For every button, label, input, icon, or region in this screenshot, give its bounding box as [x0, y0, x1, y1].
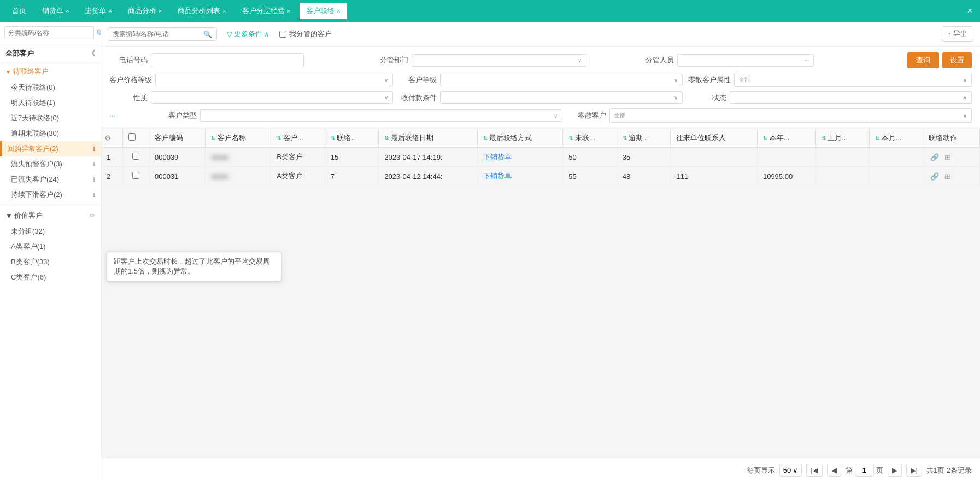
th-last-contact-date[interactable]: ⇅ 最后联络日期 [379, 129, 477, 148]
adv-retail-attr-select[interactable]: 全部 ∨ [734, 73, 972, 87]
adv-payment-select[interactable]: ∨ [440, 91, 682, 104]
my-customers-checkbox[interactable] [279, 31, 286, 38]
nav-tab-sales-close[interactable]: × [66, 8, 69, 14]
nav-tab-customer-segment-close[interactable]: × [287, 8, 290, 14]
adv-filter-row-1: 电话号码 分管部门 ∨ 分管人员 ··· [109, 52, 972, 68]
page-number-input[interactable] [855, 464, 874, 477]
select-all-checkbox[interactable] [128, 133, 136, 141]
table-scroll-wrapper[interactable]: ⚙ 客户编码 ⇅ 客户名称 [101, 129, 980, 458]
nav-tab-product-list[interactable]: 商品分析列表 × [171, 3, 232, 19]
row1-checkbox[interactable] [132, 153, 139, 160]
th-uncontacted[interactable]: ⇅ 未联... [563, 129, 617, 148]
my-customers-checkbox-label[interactable]: 我分管的客户 [279, 29, 332, 39]
sidebar-item-tomorrow[interactable]: 明天待联络(1) [0, 95, 101, 111]
waiting-contact-title[interactable]: ▼ 待联络客户 [0, 63, 101, 80]
th-last-contact-method[interactable]: ⇅ 最后联络方式 [477, 129, 563, 148]
row2-contacts-from-unit: 111 [671, 167, 758, 186]
page-last-button[interactable]: ▶| [906, 464, 922, 477]
nav-tab-customer-segment[interactable]: 客户分层经营 × [236, 3, 297, 19]
nav-tab-purchase-close[interactable]: × [108, 8, 112, 14]
sidebar-item-already-lost[interactable]: 已流失客户(24) ℹ [0, 172, 101, 187]
close-all-button[interactable]: × [965, 4, 975, 18]
nav-tab-home-label: 首页 [12, 6, 26, 16]
th-name[interactable]: ⇅ 客户名称 [206, 129, 271, 148]
adv-retail-customer-select[interactable]: 全部 ∨ [609, 108, 972, 123]
col-settings-icon[interactable]: ⚙ [104, 133, 112, 142]
row1-current-year [757, 148, 815, 167]
th-current-month[interactable]: ⇅ 本月... [869, 129, 923, 148]
adv-payment-label: 收付款条件 [398, 93, 437, 103]
th-code[interactable]: 客户编码 [149, 129, 205, 148]
sidebar-item-class-c[interactable]: C类客户(6) [0, 270, 101, 285]
adv-status-label: 状态 [688, 93, 726, 103]
nav-tab-home[interactable]: 首页 [5, 3, 33, 19]
per-page-select[interactable]: 50 ∨ [779, 464, 802, 477]
th-last-contact-date-sort-icon: ⇅ [384, 135, 389, 141]
adv-price-level-select[interactable]: ∨ [155, 74, 393, 86]
adv-customer-level-select[interactable]: ∨ [440, 74, 682, 86]
sidebar-search-input[interactable] [4, 26, 94, 39]
page-prev-button[interactable]: ◀ [827, 464, 841, 477]
price-edit-icon[interactable]: ✏ [90, 212, 95, 219]
row2-grid-icon[interactable]: ⊞ [944, 172, 950, 181]
th-overdue[interactable]: ⇅ 逾期... [617, 129, 670, 148]
nav-tab-customer-contact[interactable]: 客户联络 × [300, 3, 347, 19]
page-info: 第 页 [846, 464, 883, 477]
action-buttons: 查询 设置 [907, 52, 972, 68]
nav-tab-product-analysis[interactable]: 商品分析 × [121, 3, 168, 19]
sidebar-item-lost-warning[interactable]: 流失预警客户(3) ℹ [0, 156, 101, 172]
row1-link-icon[interactable]: 🔗 [930, 153, 939, 161]
th-contact[interactable]: ⇅ 联络... [325, 129, 378, 148]
nav-tab-purchase-label: 进货单 [85, 6, 106, 16]
nav-tab-product-analysis-close[interactable]: × [159, 8, 162, 14]
row1-grid-icon[interactable]: ⊞ [944, 153, 950, 161]
adv-dept-select[interactable]: ∨ [412, 54, 586, 67]
th-category[interactable]: ⇅ 客户... [271, 129, 325, 148]
settings-button[interactable]: 设置 [942, 52, 972, 68]
adv-status-select[interactable]: ∨ [730, 91, 972, 104]
person-ellipsis-icon: ··· [805, 57, 809, 63]
more-fields-button[interactable]: ··· [109, 112, 115, 120]
sidebar-item-repurchase-abnormal[interactable]: 回购异常客户(2) ℹ [0, 141, 101, 156]
adv-phone-input[interactable] [151, 53, 304, 67]
sidebar-search-icon[interactable]: 🔍 [96, 29, 101, 37]
export-button[interactable]: ↑ 导出 [942, 26, 974, 42]
th-uncontacted-sort-icon: ⇅ [568, 135, 573, 141]
sidebar-item-overdue[interactable]: 逾期未联络(30) [0, 126, 101, 141]
nav-tab-sales[interactable]: 销货单 × [36, 3, 75, 19]
th-settings[interactable]: ⚙ [101, 129, 122, 148]
th-current-year[interactable]: ⇅ 本年... [757, 129, 815, 148]
adv-person-select[interactable]: ··· [677, 54, 814, 67]
search-input[interactable] [113, 30, 200, 38]
sidebar-item-class-a[interactable]: A类客户(1) [0, 239, 101, 254]
row2-last-contact-method-link[interactable]: 下销货单 [483, 172, 512, 180]
nav-tab-purchase[interactable]: 进货单 × [78, 3, 118, 19]
sidebar-item-unclassified[interactable]: 未分组(32) [0, 224, 101, 239]
page-first-button[interactable]: |◀ [806, 464, 822, 477]
row2-link-icon[interactable]: 🔗 [930, 172, 939, 181]
row1-last-contact-method-link[interactable]: 下销货单 [483, 153, 512, 161]
sidebar-item-7days[interactable]: 近7天待联络(0) [0, 111, 101, 126]
th-code-label: 客户编码 [155, 133, 183, 142]
sidebar-item-today[interactable]: 今天待联络(0) [0, 80, 101, 95]
sidebar-collapse-button[interactable]: 《 [88, 49, 95, 59]
row2-checkbox[interactable] [132, 172, 139, 179]
payment-chevron-icon: ∨ [674, 95, 678, 101]
nav-tab-product-list-close[interactable]: × [222, 8, 226, 14]
th-current-month-sort-icon: ⇅ [875, 135, 879, 141]
sidebar-item-overdue-label: 逾期未联络(30) [11, 129, 59, 138]
adv-customer-type-select[interactable]: ∨ [200, 109, 562, 122]
adv-gender-select[interactable]: ∨ [151, 91, 393, 104]
search-icon[interactable]: 🔍 [203, 30, 212, 38]
th-last-month[interactable]: ⇅ 上月... [815, 129, 869, 148]
query-button[interactable]: 查询 [907, 52, 939, 68]
nav-tab-sales-label: 销货单 [42, 6, 63, 16]
page-next-button[interactable]: ▶ [888, 464, 902, 477]
nav-tab-customer-contact-close[interactable]: × [337, 8, 340, 14]
more-conditions-button[interactable]: ▽ 更多条件 ∧ [222, 27, 274, 41]
price-customers-label[interactable]: ▼ 价值客户 [5, 211, 43, 220]
sidebar-item-tomorrow-label: 明天待联络(1) [11, 98, 55, 108]
th-contacts-from-unit[interactable]: 往来单位联系人 [671, 129, 758, 148]
sidebar-item-declining[interactable]: 持续下滑客户(2) ℹ [0, 187, 101, 202]
sidebar-item-class-b[interactable]: B类客户(33) [0, 254, 101, 270]
